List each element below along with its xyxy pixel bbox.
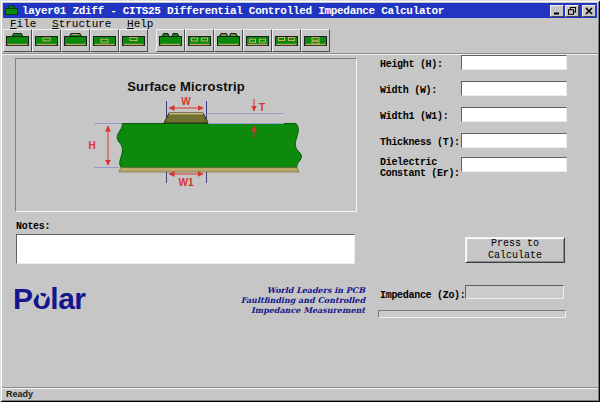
diff-surface-microstrip-icon	[158, 32, 183, 49]
diff-embedded-microstrip-icon	[187, 32, 212, 49]
app-icon	[5, 5, 18, 16]
width1-input[interactable]	[461, 107, 567, 122]
dielectric-constant-input[interactable]	[461, 157, 567, 172]
dim-label-w: W	[181, 96, 191, 107]
height-label: Height (H):	[380, 59, 443, 70]
diagram-panel: Surface Microstrip H W	[15, 58, 357, 212]
title-bar[interactable]: layer01 Zdiff - CITS25 Differential Cont…	[3, 3, 597, 18]
surface-microstrip-diagram: H W T W1	[16, 59, 354, 209]
toolbar-button-coated-microstrip[interactable]	[61, 29, 90, 52]
toolbar-button-offset-stripline[interactable]	[119, 29, 148, 52]
embedded-microstrip-icon	[34, 32, 59, 49]
impedance-label: Impedance (Zo):	[380, 290, 466, 301]
svg-text:Polar: Polar	[13, 282, 86, 315]
offset-stripline-icon	[121, 32, 146, 49]
diff-offset-stripline-icon	[274, 32, 299, 49]
minimize-icon	[553, 7, 561, 15]
tagline-line: World Leaders in PCB	[165, 285, 365, 295]
close-button[interactable]	[582, 5, 596, 17]
height-input[interactable]	[461, 55, 567, 70]
stripline-icon	[92, 32, 117, 49]
window-controls	[550, 5, 596, 17]
toolbar-button-diff-embedded-microstrip[interactable]	[185, 29, 214, 52]
toolbar-button-diff-offset-stripline[interactable]	[272, 29, 301, 52]
toolbar-button-diff-coated-microstrip[interactable]	[214, 29, 243, 52]
toolbar-button-diff-surface-microstrip[interactable]	[156, 29, 185, 52]
close-icon	[585, 7, 593, 15]
diff-stripline-icon	[245, 32, 270, 49]
tagline-line: Impedance Measurement	[165, 305, 365, 315]
tagline-line: Faultfinding and Controlled	[165, 295, 365, 305]
restore-icon	[568, 7, 577, 15]
toolbar-button-surface-microstrip[interactable]	[3, 29, 32, 52]
status-bar: Ready	[2, 387, 598, 400]
toolbar-button-stripline[interactable]	[90, 29, 119, 52]
width-label: Width (W):	[380, 85, 437, 96]
toolbar	[3, 29, 597, 52]
app-window: layer01 Zdiff - CITS25 Differential Cont…	[0, 0, 600, 402]
status-text: Ready	[6, 389, 33, 399]
width-input[interactable]	[461, 81, 567, 96]
thickness-label: Thickness (T):	[380, 137, 460, 148]
company-tagline: World Leaders in PCB Faultfinding and Co…	[165, 285, 365, 315]
progress-bar	[378, 310, 566, 318]
toolbar-button-embedded-microstrip[interactable]	[32, 29, 61, 52]
dim-label-w1: W1	[179, 177, 194, 188]
notes-input[interactable]	[16, 234, 355, 264]
dim-label-t: T	[259, 102, 265, 113]
impedance-output	[465, 285, 564, 299]
thickness-input[interactable]	[461, 133, 567, 148]
window-title: layer01 Zdiff - CITS25 Differential Cont…	[22, 4, 550, 18]
broadside-stripline-icon	[303, 32, 328, 49]
toolbar-button-diff-stripline[interactable]	[243, 29, 272, 52]
width1-label: Width1 (W1):	[380, 111, 448, 122]
dim-label-h: H	[88, 140, 95, 151]
minimize-button[interactable]	[550, 5, 564, 17]
surface-microstrip-icon	[5, 32, 30, 49]
restore-button[interactable]	[565, 5, 579, 17]
diff-coated-microstrip-icon	[216, 32, 241, 49]
toolbar-button-broadside-stripline[interactable]	[301, 29, 330, 52]
polar-logo: Polar	[13, 282, 108, 315]
coated-microstrip-icon	[63, 32, 88, 49]
notes-label: Notes:	[16, 221, 50, 232]
calculate-button[interactable]: Press to Calculate	[465, 237, 565, 263]
dielectric-constant-label: Dielectric Constant (Er):	[380, 157, 465, 179]
